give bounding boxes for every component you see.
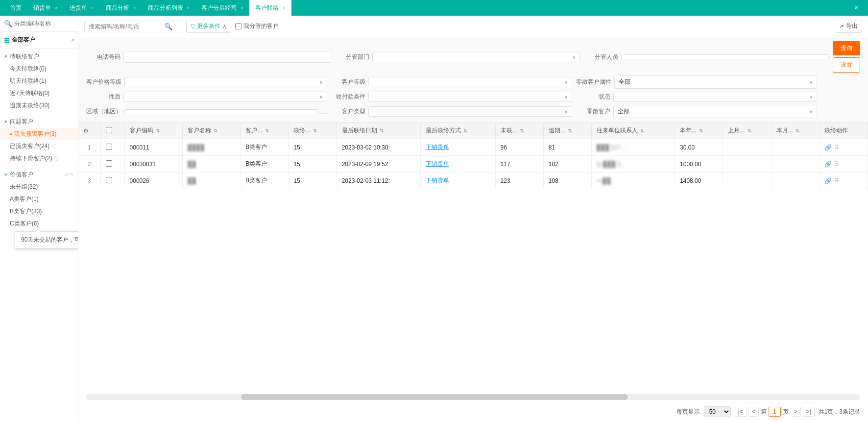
export-button[interactable]: ↗ 导出	[835, 20, 862, 33]
window-close-button[interactable]: ×	[848, 0, 864, 16]
row-actions-0: 🔗 ⠿	[819, 139, 868, 156]
sort-icon-tmonth[interactable]: ⇅	[796, 128, 799, 133]
last-method-link-2[interactable]: 下销货单	[426, 177, 449, 184]
sidebar-item-churned[interactable]: 已流失客户(24) ⓘ	[0, 140, 78, 152]
action-link-icon-2[interactable]: 🔗	[824, 177, 832, 184]
horizontal-scrollbar[interactable]	[86, 394, 860, 400]
nav-home[interactable]: 首页	[4, 0, 27, 16]
prev-page-button[interactable]: <	[748, 407, 759, 417]
first-page-button[interactable]: |<	[735, 407, 747, 417]
th-settings: ⚙	[78, 123, 100, 139]
close-product-analysis-icon[interactable]: ×	[133, 5, 136, 11]
sidebar-item-class-a[interactable]: A类客户(1)	[0, 193, 78, 205]
more-conditions-button[interactable]: ▽ 更多条件 ∧	[186, 20, 231, 33]
nav-product-analysis[interactable]: 商品分析 ×	[100, 0, 142, 16]
sidebar-item-overdue[interactable]: 逾期未联络(30)	[0, 99, 78, 112]
sidebar-item-churn-warning[interactable]: ● 流失预警客户(3)	[0, 128, 78, 140]
close-customer-tier-icon[interactable]: ×	[241, 5, 243, 11]
nav-purchase[interactable]: 进货单 ×	[64, 0, 100, 16]
row-last-month-1	[723, 156, 771, 173]
action-grid-icon-1[interactable]: ⠿	[835, 161, 839, 168]
status-select[interactable]: ∨	[613, 92, 817, 102]
sort-icon-contact[interactable]: ⇅	[313, 128, 317, 133]
sidebar-search-input[interactable]	[14, 20, 78, 27]
person-select[interactable]	[621, 54, 829, 59]
grid-icon: ⊞	[4, 36, 10, 44]
action-grid-icon-2[interactable]: ⠿	[835, 177, 839, 184]
sort-icon-year[interactable]: ⇅	[699, 128, 703, 133]
sidebar-item-week[interactable]: 近7天待联络(0)	[0, 87, 78, 99]
dept-select[interactable]: ∨	[372, 52, 580, 62]
sidebar-group-problem-title[interactable]: ▼ 问题客户	[0, 116, 78, 128]
sidebar-item-class-c[interactable]: C类客户(6)	[0, 218, 78, 230]
close-sales-icon[interactable]: ×	[55, 5, 58, 11]
sort-icon-lmonth[interactable]: ⇅	[747, 128, 751, 133]
customer-type-select[interactable]: ∨	[368, 106, 572, 117]
nav-customer-contact[interactable]: 客户联络 ×	[249, 0, 291, 16]
sort-icon-overdue[interactable]: ⇅	[568, 128, 572, 133]
th-this-month: 本月... ⇅	[771, 123, 819, 139]
close-customer-contact-icon[interactable]: ×	[283, 5, 286, 11]
select-all-checkbox[interactable]	[106, 127, 112, 133]
sidebar-item-tomorrow[interactable]: 明天待联络(1)	[0, 75, 78, 87]
row-select-0[interactable]	[106, 144, 112, 150]
nav-sales[interactable]: 销货单 ×	[27, 0, 64, 16]
edit-icon[interactable]: ✎	[70, 172, 74, 177]
sidebar-collapse-icon[interactable]: «	[71, 37, 74, 43]
row-last-month-2	[723, 173, 771, 189]
sidebar-all-customers[interactable]: ⊞ 全部客户 «	[0, 32, 78, 49]
customer-grade-select[interactable]: ∨	[368, 77, 572, 87]
sort-icon-type[interactable]: ⇅	[265, 128, 269, 133]
row-person-2: •• ██	[592, 173, 675, 189]
last-page-button[interactable]: >|	[803, 407, 815, 417]
query-button[interactable]: 查询	[833, 41, 860, 55]
sidebar-group-value-title[interactable]: ▼ 价值客户 ↺ ✎	[0, 169, 78, 181]
th-person-label: 往来单位联系人	[597, 127, 638, 134]
my-customers-checkbox[interactable]	[235, 23, 241, 29]
th-this-year-label: 本年...	[680, 127, 697, 134]
row-select-2[interactable]	[106, 177, 112, 183]
action-link-icon-1[interactable]: 🔗	[824, 161, 832, 168]
sort-icon-not-contact[interactable]: ⇅	[520, 128, 524, 133]
sort-icon-code[interactable]: ⇅	[156, 128, 160, 133]
row-checkbox-2	[100, 173, 124, 189]
last-method-link-0[interactable]: 下销货单	[426, 144, 449, 150]
sidebar-item-declining[interactable]: 持续下滑客户(2) ⓘ	[0, 152, 78, 165]
sort-icon-method[interactable]: ⇅	[463, 128, 467, 133]
th-contact: 联络... ⇅	[289, 123, 337, 139]
row-last-date-1: 2023-02-09 19:52:	[337, 156, 420, 173]
sort-icon-name[interactable]: ⇅	[214, 128, 217, 133]
sidebar-item-today[interactable]: 今天待联络(0)	[0, 63, 78, 75]
action-grid-icon-0[interactable]: ⠿	[835, 144, 839, 151]
row-select-1[interactable]	[106, 160, 112, 167]
region-more-icon[interactable]: ...	[321, 107, 327, 116]
action-link-icon-0[interactable]: 🔗	[824, 144, 832, 151]
close-product-list-icon[interactable]: ×	[187, 5, 190, 11]
region-select[interactable]	[124, 109, 318, 114]
sidebar-item-ungrouped[interactable]: 未分组(32)	[0, 181, 78, 193]
phone-input[interactable]	[123, 51, 331, 63]
last-method-link-1[interactable]: 下销货单	[426, 160, 449, 167]
row-num-0: 1	[78, 139, 100, 156]
sidebar-item-class-b[interactable]: B类客户(33)	[0, 205, 78, 218]
nature-select[interactable]: ∨	[123, 92, 327, 102]
sidebar-group-value: ▼ 价值客户 ↺ ✎ 未分组(32) A类客户(1) B类客户(33) C类客户…	[0, 167, 78, 232]
th-this-month-label: 本月...	[776, 127, 793, 134]
next-page-button[interactable]: >	[791, 407, 801, 417]
retail-select[interactable]: 全部 ∨	[613, 105, 817, 118]
row-name-1: ██	[182, 156, 240, 173]
retail-attr-select[interactable]: 全部 ∨	[614, 75, 817, 89]
sort-icon-person[interactable]: ⇅	[640, 128, 644, 133]
close-purchase-icon[interactable]: ×	[91, 5, 94, 11]
page-size-select[interactable]: 50 20 100	[704, 406, 731, 417]
search-input[interactable]	[89, 23, 162, 30]
nav-product-list[interactable]: 商品分析列表 ×	[142, 0, 196, 16]
search-button[interactable]: 🔍	[164, 23, 172, 30]
sidebar-group-pending-title[interactable]: ▼ 待联络客户	[0, 50, 78, 63]
price-grade-select[interactable]: ∨	[124, 77, 327, 87]
nav-customer-tier[interactable]: 客户分层经营 ×	[195, 0, 249, 16]
settings-button[interactable]: 设置	[833, 57, 860, 73]
refresh-icon[interactable]: ↺	[64, 172, 68, 177]
payment-select[interactable]: ∨	[368, 92, 572, 102]
sort-icon-date[interactable]: ⇅	[380, 128, 384, 133]
